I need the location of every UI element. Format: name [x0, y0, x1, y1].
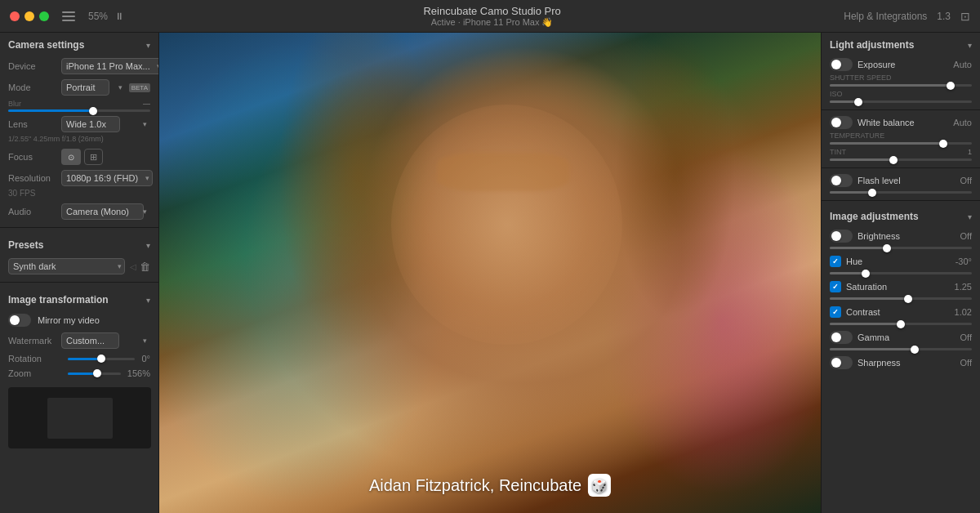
temperature-sublabel: TEMPERATURE	[822, 132, 980, 141]
rotation-slider-thumb[interactable]	[97, 355, 105, 363]
sidebar-toggle[interactable]	[62, 11, 75, 21]
sharpness-toggle[interactable]	[830, 356, 853, 369]
flash-level-slider-track[interactable]	[830, 191, 972, 194]
watermark-select-wrapper[interactable]: Custom...	[61, 332, 150, 349]
hue-slider-track[interactable]	[830, 272, 972, 274]
shutter-speed-slider-thumb[interactable]	[947, 82, 955, 90]
exposure-toggle[interactable]	[830, 58, 853, 71]
sharpness-value: Off	[960, 358, 972, 368]
lens-select[interactable]: Wide 1.0x	[61, 116, 120, 132]
gamma-slider-thumb[interactable]	[911, 346, 919, 354]
camera-settings-header[interactable]: Camera settings ▾	[0, 33, 158, 56]
titlebar-right: Help & Integrations 1.3 ⊡	[844, 10, 970, 23]
saturation-slider-track[interactable]	[830, 297, 972, 300]
preset-select-wrapper[interactable]: Synth dark	[8, 258, 125, 274]
gamma-slider-row	[822, 346, 980, 354]
temperature-slider-row	[822, 141, 980, 148]
device-select-wrapper[interactable]: iPhone 11 Pro Max...	[61, 58, 159, 74]
hue-checkbox[interactable]: ✓	[830, 256, 841, 267]
temperature-slider-track[interactable]	[830, 142, 972, 145]
lens-select-wrapper[interactable]: Wide 1.0x	[61, 116, 150, 132]
window-controls	[10, 11, 49, 21]
caption-text: Aidan Fitzpatrick, Reincubate	[369, 476, 581, 495]
image-adjustments-header[interactable]: Image adjustments ▾	[822, 204, 980, 227]
white-balance-toggle[interactable]	[830, 116, 853, 129]
device-label: Device	[8, 61, 61, 71]
tint-row-header: TINT 1	[822, 148, 980, 157]
white-balance-row: White balance Auto	[822, 114, 980, 132]
brightness-slider-track[interactable]	[830, 247, 972, 249]
close-button[interactable]	[10, 11, 20, 21]
device-select[interactable]: iPhone 11 Pro Max...	[61, 58, 159, 74]
contrast-slider-row	[822, 321, 980, 328]
brightness-slider-thumb[interactable]	[883, 244, 891, 252]
hue-slider-fill	[830, 272, 866, 274]
white-balance-toggle-thumb	[831, 118, 841, 127]
lens-label: Lens	[8, 119, 61, 129]
tint-slider-track[interactable]	[830, 158, 972, 161]
layout-icon[interactable]: ⊡	[960, 10, 970, 23]
lens-spec: 1/2.55" 4.25mm f/1.8 (26mm)	[0, 135, 158, 146]
presets-header[interactable]: Presets ▾	[0, 233, 158, 256]
preview-box	[8, 387, 151, 448]
saturation-checkbox[interactable]: ✓	[830, 281, 841, 292]
white-balance-label: White balance	[858, 118, 953, 127]
mode-label: Mode	[8, 83, 61, 92]
image-transformation-header[interactable]: Image transformation ▾	[0, 288, 158, 310]
shutter-speed-slider-track[interactable]	[830, 84, 972, 87]
contrast-checkbox[interactable]: ✓	[830, 306, 841, 318]
zoom-slider-thumb[interactable]	[93, 369, 101, 377]
temperature-slider-thumb[interactable]	[939, 140, 947, 148]
left-panel: Camera settings ▾ Device iPhone 11 Pro M…	[0, 33, 159, 513]
rotation-slider-track[interactable]	[68, 358, 135, 360]
saturation-value: 1.25	[955, 282, 972, 292]
pause-icon[interactable]: ⏸	[114, 11, 124, 22]
minimize-button[interactable]	[24, 11, 34, 21]
iso-slider-track[interactable]	[830, 100, 972, 103]
help-link[interactable]: Help & Integrations	[844, 11, 927, 22]
light-adjustments-header[interactable]: Light adjustments ▾	[822, 33, 980, 56]
focus-manual-button[interactable]: ⊞	[84, 149, 103, 165]
mode-select[interactable]: Portrait	[61, 79, 109, 96]
hue-checkmark: ✓	[832, 257, 839, 265]
tint-slider-thumb[interactable]	[889, 156, 898, 164]
contrast-slider-thumb[interactable]	[897, 320, 905, 328]
contrast-slider-track[interactable]	[830, 323, 972, 325]
blur-slider-track[interactable]	[8, 109, 150, 112]
mirror-toggle[interactable]	[8, 314, 31, 327]
focus-auto-button[interactable]: ⊙	[61, 149, 81, 165]
audio-select[interactable]: Camera (Mono)	[61, 203, 144, 220]
gamma-slider-track[interactable]	[830, 348, 972, 350]
gamma-toggle[interactable]	[830, 331, 853, 344]
flash-level-slider-thumb[interactable]	[868, 189, 876, 197]
face-detail	[391, 105, 623, 345]
mode-select-wrapper[interactable]: Portrait	[61, 79, 126, 96]
saturation-slider-thumb[interactable]	[904, 295, 912, 303]
brightness-toggle[interactable]	[830, 230, 853, 243]
maximize-button[interactable]	[39, 11, 49, 21]
video-caption: Aidan Fitzpatrick, Reincubate 🎲	[369, 474, 611, 497]
blur-slider-thumb[interactable]	[89, 107, 97, 115]
resolution-label: Resolution	[8, 173, 61, 183]
camo-icon: 🎲	[591, 478, 608, 493]
blur-label: Blur	[8, 100, 21, 108]
zoom-slider-track[interactable]	[68, 372, 121, 375]
hue-slider-thumb[interactable]	[862, 270, 870, 278]
contrast-slider-fill	[830, 323, 901, 325]
audio-select-wrapper[interactable]: Camera (Mono)	[61, 203, 150, 220]
resolution-select[interactable]: 1080p 16:9 (FHD)	[61, 170, 153, 186]
iso-slider-thumb[interactable]	[854, 98, 862, 106]
flash-level-slider-fill	[830, 191, 872, 194]
saturation-label: Saturation	[846, 282, 955, 292]
divider-2	[0, 282, 158, 283]
resolution-select-wrapper[interactable]: 1080p 16:9 (FHD)	[61, 170, 153, 186]
tint-value: 1	[968, 148, 972, 156]
mode-row: Mode Portrait BETA	[0, 77, 158, 98]
brightness-row: Brightness Off	[822, 227, 980, 245]
preset-delete-icon[interactable]: 🗑	[140, 261, 150, 273]
flash-level-toggle[interactable]	[830, 174, 853, 187]
watermark-select[interactable]: Custom...	[61, 332, 119, 349]
preset-select[interactable]: Synth dark	[8, 258, 125, 274]
rotation-row: Rotation 0°	[0, 351, 158, 366]
preset-arrow-left-icon[interactable]: ◁	[130, 262, 136, 271]
